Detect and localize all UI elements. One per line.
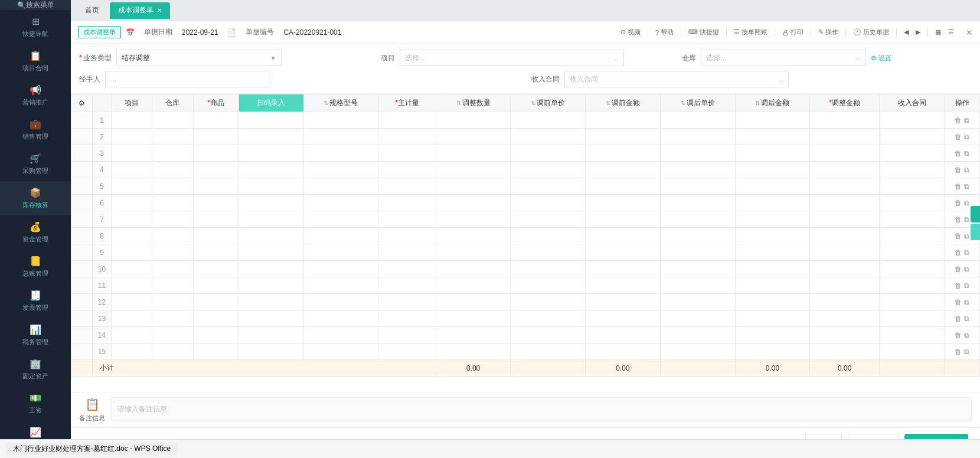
cell-unit-14[interactable] [378,327,436,344]
cell-adjust-amount-9[interactable] [810,244,880,261]
cell-pre-amount-14[interactable] [586,327,661,344]
cell-post-amount-14[interactable] [735,327,810,344]
cell-pre-amount-1[interactable] [586,112,661,129]
cell-adjust-qty-15[interactable] [436,344,511,360]
cell-post-price-13[interactable] [660,310,735,327]
delete-icon-3[interactable]: 🗑 [955,149,962,158]
col-settings[interactable]: ⚙ [71,94,93,112]
delete-icon-5[interactable]: 🗑 [955,182,962,191]
tab-cost-adjust[interactable]: 成本调整单 ✕ [110,2,170,19]
cell-post-price-14[interactable] [660,327,735,344]
copy-icon-3[interactable]: ⧉ [964,149,969,158]
cell-warehouse-15[interactable] [152,344,193,360]
cell-pre-amount-15[interactable] [586,344,661,360]
view-btn[interactable]: ⊙ 视频 [620,28,641,37]
cell-project-8[interactable] [112,228,152,244]
cell-goods-10[interactable] [193,261,239,277]
cell-post-price-3[interactable] [660,145,735,162]
sidebar-item-invoice-mgmt[interactable]: 🧾发票管理 [0,284,71,318]
cell-adjust-amount-3[interactable] [810,145,880,162]
cell-post-price-10[interactable] [660,261,735,277]
cell-income-contract-4[interactable] [880,162,945,178]
cell-pre-amount-2[interactable] [586,129,661,145]
cell-project-9[interactable] [112,244,152,261]
cell-scan-14[interactable] [239,327,303,344]
cell-post-price-4[interactable] [660,162,735,178]
cell-scan-4[interactable] [239,162,303,178]
cell-pre-amount-11[interactable] [586,277,661,294]
cell-adjust-amount-6[interactable] [810,195,880,211]
cell-goods-15[interactable] [193,344,239,360]
cell-adjust-amount-5[interactable] [810,178,880,195]
cell-adjust-qty-2[interactable] [436,129,511,145]
cell-project-14[interactable] [112,327,152,344]
cell-spec-6[interactable] [303,195,378,211]
cell-income-contract-1[interactable] [880,112,945,129]
sidebar-item-fixed-assets[interactable]: 🏢固定资产 [0,352,71,387]
cell-income-contract-11[interactable] [880,277,945,294]
cell-pre-amount-9[interactable] [586,244,661,261]
delete-icon-15[interactable]: 🗑 [955,348,962,356]
cell-post-amount-2[interactable] [735,129,810,145]
cell-adjust-qty-6[interactable] [436,195,511,211]
cell-pre-price-15[interactable] [511,344,586,360]
cell-goods-1[interactable] [193,112,239,129]
cell-post-amount-8[interactable] [735,228,810,244]
cell-income-contract-13[interactable] [880,310,945,327]
cell-scan-1[interactable] [239,112,303,129]
cell-adjust-qty-11[interactable] [436,277,511,294]
cell-spec-11[interactable] [303,277,378,294]
cell-pre-price-11[interactable] [511,277,586,294]
cell-project-15[interactable] [112,344,152,360]
cell-post-amount-12[interactable] [735,294,810,310]
cell-post-amount-15[interactable] [735,344,810,360]
cell-pre-amount-7[interactable] [586,211,661,228]
cell-goods-6[interactable] [193,195,239,211]
biz-type-input[interactable]: 结存调整 ▼ [116,50,282,66]
cell-income-contract-6[interactable] [880,195,945,211]
cell-post-price-8[interactable] [660,228,735,244]
cell-spec-9[interactable] [303,244,378,261]
cell-unit-5[interactable] [378,178,436,195]
cell-pre-price-6[interactable] [511,195,586,211]
cell-post-price-5[interactable] [660,178,735,195]
cell-pre-amount-4[interactable] [586,162,661,178]
cell-post-amount-13[interactable] [735,310,810,327]
cell-pre-price-3[interactable] [511,145,586,162]
cell-project-1[interactable] [112,112,152,129]
col-scan-input[interactable]: 扫码录入 [239,94,303,112]
cell-adjust-amount-12[interactable] [810,294,880,310]
cell-scan-8[interactable] [239,228,303,244]
cell-scan-15[interactable] [239,344,303,360]
cell-post-amount-3[interactable] [735,145,810,162]
copy-icon-9[interactable]: ⧉ [964,248,969,257]
cell-project-11[interactable] [112,277,152,294]
cell-goods-3[interactable] [193,145,239,162]
delete-icon-7[interactable]: 🗑 [955,215,962,224]
delete-icon-11[interactable]: 🗑 [955,282,962,290]
copy-icon-1[interactable]: ⧉ [964,116,969,125]
cell-pre-price-7[interactable] [511,211,586,228]
cell-post-amount-10[interactable] [735,261,810,277]
cell-pre-price-8[interactable] [511,228,586,244]
cell-scan-9[interactable] [239,244,303,261]
cell-unit-7[interactable] [378,211,436,228]
cell-adjust-qty-14[interactable] [436,327,511,344]
cell-adjust-amount-10[interactable] [810,261,880,277]
delete-icon-1[interactable]: 🗑 [955,116,962,125]
cell-income-contract-12[interactable] [880,294,945,310]
cell-warehouse-14[interactable] [152,327,193,344]
cell-post-amount-7[interactable] [735,211,810,228]
cell-spec-10[interactable] [303,261,378,277]
cell-income-contract-8[interactable] [880,228,945,244]
delete-icon-9[interactable]: 🗑 [955,248,962,257]
cell-unit-10[interactable] [378,261,436,277]
cell-pre-price-13[interactable] [511,310,586,327]
copy-icon-8[interactable]: ⧉ [964,232,969,240]
history-btn[interactable]: 🕐 历史单据 [853,28,889,37]
sidebar-item-tax-mgmt[interactable]: 📊税务管理 [0,318,71,352]
grid-view-btn[interactable]: ▦ [935,28,941,36]
cell-pre-amount-10[interactable] [586,261,661,277]
cell-pre-price-2[interactable] [511,129,586,145]
cell-adjust-amount-8[interactable] [810,228,880,244]
